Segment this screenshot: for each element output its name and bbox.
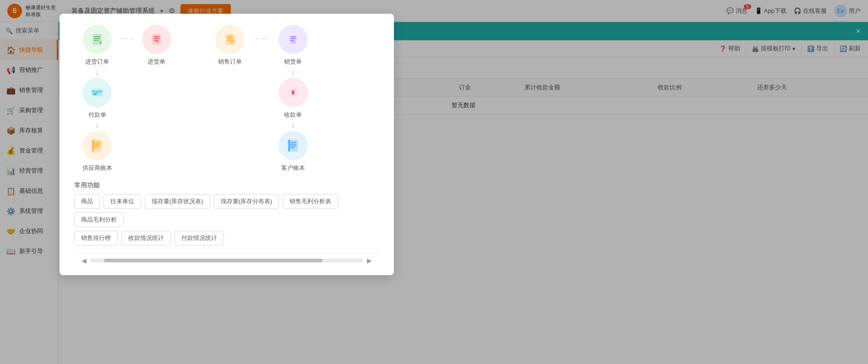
popup-content: 进货订单 ↓ ¥ 付款单 ↓: [60, 22, 394, 275]
payment-icon: ¥: [82, 78, 112, 107]
flow-node-receipt[interactable]: ¥ 收款单: [270, 78, 316, 119]
sales-order-icon: $: [215, 25, 245, 54]
flow-node-supplier-ledger[interactable]: 供应商账本: [74, 131, 120, 172]
func-btn-counterpart[interactable]: 往来单位: [104, 194, 141, 209]
func-btn-receipt-stats[interactable]: 收款情况统计: [121, 231, 171, 245]
purchase-order-icon: [82, 25, 112, 54]
right-flow-main: 销货单 ↓ ¥ 收款单 ↓: [270, 25, 316, 172]
func-buttons-row2: 销售排行榜 收款情况统计 付款情况统计: [74, 231, 379, 245]
func-buttons-row1: 商品 往来单位 现存量(库存状况表) 现存量(库存分布表) 销售毛利分析表 商品…: [74, 194, 379, 227]
svg-rect-16: [288, 140, 290, 152]
h-arrow-2: ← - - -: [253, 25, 270, 42]
flow-diagram: 进货订单 ↓ ¥ 付款单 ↓: [74, 25, 379, 172]
popup-overlay: 进货订单 ↓ ¥ 付款单 ↓: [59, 22, 868, 364]
scroll-area: ◀ ▶: [74, 253, 379, 268]
func-btn-sales-ranking[interactable]: 销售排行榜: [74, 231, 118, 245]
flow-node-purchase-bill[interactable]: 进货单: [134, 25, 180, 66]
svg-rect-12: [290, 41, 296, 43]
arrow-down-4: ↓: [291, 121, 295, 129]
quick-nav-popup: 进货订单 ↓ ¥ 付款单 ↓: [60, 22, 394, 275]
func-btn-stock-status[interactable]: 现存量(库存状况表): [145, 194, 210, 209]
app-container: 6 畅康通好生意 标准版 装备及固定资产辅助管理系统 ▾ ⚙ 体验行业方案 💬 …: [0, 0, 868, 364]
flow-node-purchase-order[interactable]: 进货订单: [74, 25, 120, 66]
flow-node-customer-ledger[interactable]: 客户账本: [270, 131, 316, 172]
func-btn-product-profit[interactable]: 商品毛利分析: [74, 212, 124, 227]
svg-rect-6: [92, 140, 94, 152]
purchase-bill-icon: [142, 25, 171, 54]
receipt-icon: ¥: [278, 78, 308, 107]
common-functions-title: 常用功能: [74, 181, 379, 190]
svg-text:$: $: [232, 41, 234, 44]
scroll-right-button[interactable]: ▶: [367, 257, 372, 264]
func-btn-sales-profit[interactable]: 销售毛利分析表: [283, 194, 338, 209]
svg-text:¥: ¥: [291, 89, 295, 96]
arrow-down-1: ↓: [95, 68, 99, 76]
flow-node-payment[interactable]: ¥ 付款单: [74, 78, 120, 119]
func-btn-stock-dist[interactable]: 现存量(库存分布表): [214, 194, 279, 209]
scroll-left-button[interactable]: ◀: [82, 257, 87, 264]
func-btn-product[interactable]: 商品: [74, 194, 100, 209]
arrow-down-2: ↓: [291, 68, 295, 76]
right-flow-sales-order: $ 销售订单: [207, 25, 253, 66]
sales-bill-icon: [278, 25, 308, 54]
flow-node-sales-order[interactable]: $ 销售订单: [207, 25, 253, 66]
common-functions-section: 常用功能 商品 往来单位 现存量(库存状况表) 现存量(库存分布表) 销售毛利分…: [74, 181, 379, 245]
h-arrow-1: - - - →: [120, 25, 134, 42]
svg-text:¥: ¥: [96, 91, 98, 95]
flow-node-sales-bill[interactable]: 销货单: [270, 25, 316, 66]
customer-ledger-icon: [278, 131, 308, 160]
content-area: 首页 销售订单执行表 × × ❓ 帮助 🖨️ 按模板打印 ▾: [59, 22, 868, 364]
left-flow: 进货订单 ↓ ¥ 付款单 ↓: [74, 25, 120, 172]
func-btn-payment-stats[interactable]: 付款情况统计: [175, 231, 224, 245]
svg-rect-7: [152, 34, 161, 45]
scroll-track[interactable]: [90, 259, 363, 262]
main-area: 🔍 搜索菜单 🏠 快捷导航 📢 营销推广 💼 销售管理 🛒 采购管理 📦: [0, 22, 868, 364]
arrow-down-3: ↓: [95, 121, 99, 129]
supplier-ledger-icon: [82, 131, 112, 160]
purchase-bill-col: 进货单: [134, 25, 180, 66]
